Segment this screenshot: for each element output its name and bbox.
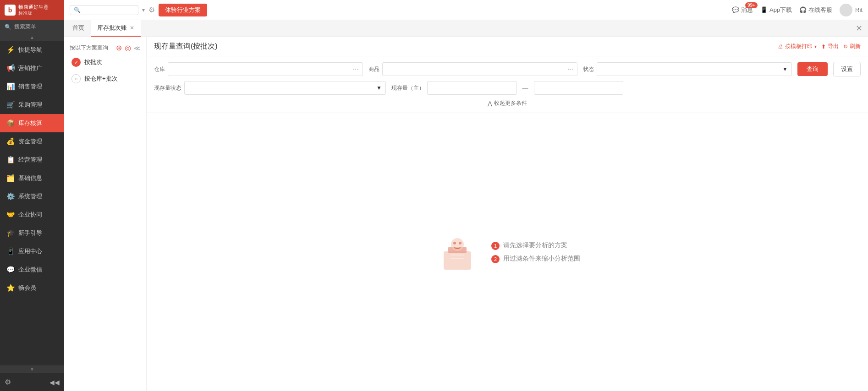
status-label: 状态 <box>583 65 594 73</box>
topbar-search-icon: 🔍 <box>74 7 81 13</box>
export-button[interactable]: ⬆ 导出 <box>821 43 839 50</box>
close-all-tabs-icon[interactable]: ✕ <box>852 22 866 35</box>
tab-home[interactable]: 首页 <box>66 20 91 37</box>
scroll-up-arrow[interactable]: ▲ <box>0 33 64 41</box>
search-label: 搜索菜单 <box>14 23 36 31</box>
user-profile[interactable]: Rit <box>840 4 863 16</box>
app-logo: b <box>5 5 16 16</box>
scheme-active-icon: ✓ <box>71 58 81 67</box>
refresh-icon: ↻ <box>843 43 848 50</box>
product-input[interactable]: ··· <box>382 62 577 76</box>
finance-icon: 💰 <box>6 137 15 146</box>
settings-button[interactable]: 设置 <box>833 62 861 76</box>
print-dropdown-icon[interactable]: ▾ <box>814 44 817 49</box>
collapse-filters-button[interactable]: ⋀ 收起更多条件 <box>154 99 861 107</box>
sidebar-item-label: 经营管理 <box>18 156 42 164</box>
sidebar-search[interactable]: 🔍 搜索菜单 <box>0 20 64 33</box>
print-icon: 🖨 <box>778 43 783 50</box>
product-label: 商品 <box>368 65 379 73</box>
add-scheme-icon[interactable]: ⊕ <box>116 43 122 52</box>
filter-row-2: 现存量状态 ▼ 现存量（主） — <box>154 81 861 95</box>
message-icon: 💬 <box>732 6 739 13</box>
empty-illustration <box>434 228 480 276</box>
sidebar-item-system[interactable]: ⚙️ 系统管理 <box>0 187 64 206</box>
scheme-item-warehouse-batch[interactable]: ○ 按仓库+批次 <box>64 71 146 87</box>
sidebar-item-member[interactable]: ⭐ 畅会员 <box>0 279 64 297</box>
main-area: 🔍 ▾ ⚙ 体验行业方案 💬 消息 99+ 📱 App下载 🎧 在线客服 Rit <box>64 0 868 391</box>
sidebar-item-marketing[interactable]: 📢 营销推广 <box>0 59 64 77</box>
product-field: 商品 ··· <box>368 62 577 76</box>
warehouse-input[interactable]: ··· <box>168 62 363 76</box>
basic-icon: 🗂️ <box>6 174 15 182</box>
scheme-label: 按批次 <box>84 58 102 66</box>
industry-solution-button[interactable]: 体验行业方案 <box>159 4 207 16</box>
stock-status-chevron-icon: ▼ <box>376 85 382 91</box>
refresh-label: 刷新 <box>850 43 861 50</box>
sidebar-item-inventory[interactable]: 📦 库存核算 <box>0 114 64 132</box>
stock-qty-min-input[interactable] <box>427 81 517 95</box>
empty-tip-2: 2 用过滤条件来缩小分析范围 <box>491 255 580 263</box>
sidebar-header: b 畅康通好生意 标准版 <box>0 0 64 20</box>
sidebar-footer: ⚙ ◀◀ <box>0 373 64 391</box>
export-label: 导出 <box>828 43 839 50</box>
stock-status-label: 现存量状态 <box>154 84 181 92</box>
sidebar-item-finance[interactable]: 💰 资金管理 <box>0 132 64 151</box>
scroll-down-arrow[interactable]: ▼ <box>0 365 64 373</box>
enterprise-icon: 🤝 <box>6 211 15 219</box>
sidebar-item-wechat[interactable]: 💬 企业微信 <box>0 261 64 279</box>
quick-nav-icon: ⚡ <box>6 46 15 54</box>
search-icon: 🔍 <box>5 24 11 30</box>
query-button[interactable]: 查询 <box>797 62 828 76</box>
topbar-search-box[interactable]: 🔍 <box>70 5 138 15</box>
tab-inventory-batch[interactable]: 库存批次账 ✕ <box>91 20 141 37</box>
empty-state: 1 请先选择要分析的方案 2 用过滤条件来缩小分析范围 <box>147 113 868 391</box>
username: Rit <box>855 6 863 13</box>
topbar-dropdown-chevron[interactable]: ▾ <box>142 7 145 13</box>
messages-badge: 99+ <box>745 2 758 8</box>
topbar-right: 💬 消息 99+ 📱 App下载 🎧 在线客服 Rit <box>732 4 863 16</box>
company-name: 畅康通好生意 <box>18 4 49 10</box>
collapse-panel-icon[interactable]: ≪ <box>134 44 141 52</box>
status-select[interactable]: ▼ <box>597 62 792 76</box>
settings-scheme-icon[interactable]: ◎ <box>125 43 131 52</box>
collapse-label: 收起更多条件 <box>494 99 527 107</box>
sidebar-item-label: 应用中心 <box>18 247 42 255</box>
topbar-gear-icon[interactable]: ⚙ <box>148 5 155 14</box>
stock-status-select[interactable]: ▼ <box>184 81 386 95</box>
scheme-item-batch[interactable]: ✓ 按批次 <box>64 54 146 71</box>
sidebar-item-appstore[interactable]: 📱 应用中心 <box>0 242 64 261</box>
tab-close-icon[interactable]: ✕ <box>130 25 134 31</box>
sidebar-item-newbie[interactable]: 🎓 新手引导 <box>0 224 64 242</box>
app-info: 畅康通好生意 标准版 <box>18 4 49 16</box>
left-panel: 按以下方案查询 ⊕ ◎ ≪ ✓ 按批次 ○ 按仓库+批次 <box>64 37 147 391</box>
headset-icon: 🎧 <box>799 6 807 13</box>
stock-qty-max-input[interactable] <box>534 81 624 95</box>
left-panel-title: 按以下方案查询 <box>70 44 108 52</box>
sidebar-item-enterprise[interactable]: 🤝 企业协同 <box>0 206 64 224</box>
left-panel-actions: ⊕ ◎ ≪ <box>116 43 141 52</box>
collapse-sidebar-icon[interactable]: ◀◀ <box>49 379 60 386</box>
svg-point-3 <box>453 242 456 244</box>
refresh-button[interactable]: ↻ 刷新 <box>843 43 861 50</box>
sidebar: b 畅康通好生意 标准版 🔍 搜索菜单 ▲ ⚡ 快捷导航 📢 营销推广 📊 销售… <box>0 0 64 391</box>
filter-row-1: 仓库 ··· 商品 ··· 状态 <box>154 62 861 76</box>
sidebar-item-purchase[interactable]: 🛒 采购管理 <box>0 96 64 114</box>
product-dots: ··· <box>567 65 573 73</box>
sidebar-item-label: 营销推广 <box>18 64 42 72</box>
sidebar-item-quick-nav[interactable]: ⚡ 快捷导航 <box>0 41 64 59</box>
app-download-button[interactable]: 📱 App下载 <box>760 6 792 14</box>
content-area: 按以下方案查询 ⊕ ◎ ≪ ✓ 按批次 ○ 按仓库+批次 现存量查询(按批次) <box>64 37 868 391</box>
print-template-button[interactable]: 🖨 按模板打印 ▾ <box>778 43 817 50</box>
system-icon: ⚙️ <box>6 192 15 201</box>
settings-icon[interactable]: ⚙ <box>5 378 11 386</box>
sidebar-item-operations[interactable]: 📋 经营管理 <box>0 151 64 169</box>
online-service-button[interactable]: 🎧 在线客服 <box>799 6 832 14</box>
stock-status-field: 现存量状态 ▼ <box>154 81 386 95</box>
sidebar-item-sales[interactable]: 📊 销售管理 <box>0 77 64 96</box>
newbie-icon: 🎓 <box>6 229 15 237</box>
page-actions: 🖨 按模板打印 ▾ ⬆ 导出 ↻ 刷新 <box>778 43 861 50</box>
messages-button[interactable]: 💬 消息 99+ <box>732 6 753 14</box>
sidebar-item-basic[interactable]: 🗂️ 基础信息 <box>0 169 64 187</box>
sidebar-item-label: 快捷导航 <box>18 46 42 54</box>
sidebar-item-label: 库存核算 <box>18 119 42 127</box>
